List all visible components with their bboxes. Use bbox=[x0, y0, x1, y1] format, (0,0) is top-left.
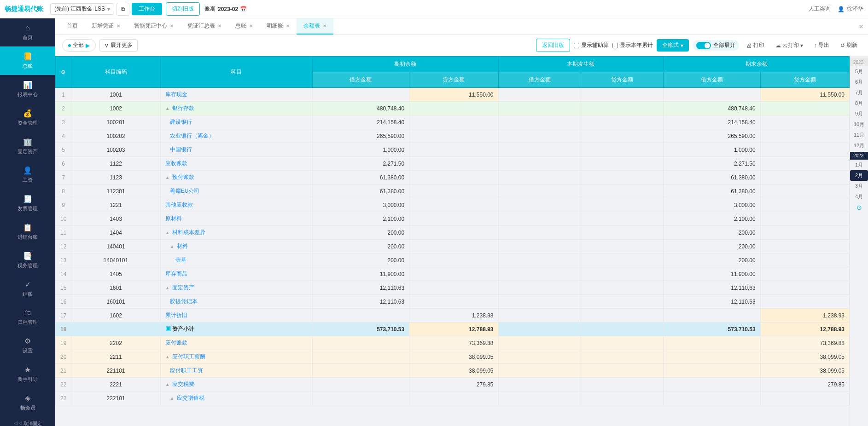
account-name-link[interactable]: 应交税费 bbox=[172, 381, 194, 387]
month-5[interactable]: 5月 bbox=[850, 66, 868, 77]
workbench-button[interactable]: 工作台 bbox=[132, 3, 162, 15]
expand-icon[interactable]: ▲ bbox=[170, 244, 176, 249]
row-name[interactable]: 累计折旧 bbox=[160, 309, 312, 322]
row-name[interactable]: 应收账款 bbox=[160, 157, 312, 171]
account-name-link[interactable]: 固定资产 bbox=[172, 284, 194, 291]
show-aux-checkbox[interactable]: 显示辅助算 bbox=[574, 41, 609, 49]
settings-col-header[interactable]: ⚙ bbox=[56, 57, 71, 88]
sidebar-item-tax[interactable]: 📑 税务管理 bbox=[0, 246, 55, 275]
row-name[interactable]: ▲ 应交税费 bbox=[160, 378, 312, 391]
account-name-link[interactable]: 累计折旧 bbox=[165, 312, 187, 318]
row-name[interactable]: 壹基 bbox=[160, 253, 312, 267]
expand-panel-icon[interactable]: ⊙ bbox=[856, 204, 862, 211]
account-name-link[interactable]: 农业银行（离金） bbox=[170, 132, 214, 139]
tab-detail[interactable]: 明细账 ✕ bbox=[260, 18, 297, 35]
row-name[interactable]: 中国银行 bbox=[160, 143, 312, 157]
row-name[interactable]: 善属EU公司 bbox=[160, 184, 312, 198]
sidebar-item-assets[interactable]: 🏢 固定资产 bbox=[0, 132, 55, 161]
sidebar-item-purchase[interactable]: 📋 进销台账 bbox=[0, 218, 55, 246]
row-name[interactable]: 应付账款 bbox=[160, 336, 312, 350]
consult-btn[interactable]: 人工咨询 bbox=[809, 5, 831, 13]
row-name[interactable]: ▲ 固定资产 bbox=[160, 281, 312, 295]
expand-more-button[interactable]: ∨ 展开更多 bbox=[99, 39, 138, 52]
account-name-link[interactable]: 应付职工薪酬 bbox=[172, 353, 205, 360]
tab-smart-center-close[interactable]: ✕ bbox=[170, 23, 174, 29]
month-6[interactable]: 6月 bbox=[850, 77, 868, 87]
row-name[interactable]: ▲ 材料成本差异 bbox=[160, 226, 312, 240]
switch-old-button[interactable]: 切到旧版 bbox=[166, 2, 200, 16]
row-name[interactable]: 胶提凭记本 bbox=[160, 295, 312, 309]
expand-icon[interactable]: ▲ bbox=[165, 354, 171, 359]
row-name[interactable]: ▲ 银行存款 bbox=[160, 102, 312, 115]
tab-voucher-summary-close[interactable]: ✕ bbox=[218, 23, 221, 29]
account-name-link[interactable]: 预付账款 bbox=[172, 174, 194, 180]
company-selector[interactable]: (先前) 江西股金-LSS ▾ bbox=[50, 3, 114, 15]
expand-icon[interactable]: ▲ bbox=[165, 175, 171, 180]
row-name[interactable]: ▲ 材料 bbox=[160, 240, 312, 253]
sidebar-item-settings[interactable]: ⚙ 设置 bbox=[0, 331, 55, 360]
month-11[interactable]: 11月 bbox=[850, 130, 868, 140]
row-name[interactable]: ▲ 应付职工薪酬 bbox=[160, 350, 312, 364]
full-style-button[interactable]: 全帐式 ▾ bbox=[657, 39, 689, 52]
close-all-tabs[interactable]: ✕ bbox=[859, 23, 863, 30]
expand-icon[interactable]: ▲ bbox=[165, 106, 171, 111]
month-7[interactable]: 7月 bbox=[850, 87, 868, 98]
row-name[interactable]: 建设银行 bbox=[160, 115, 312, 129]
row-name[interactable]: 其他应收款 bbox=[160, 198, 312, 212]
tab-new-voucher-close[interactable]: ✕ bbox=[117, 23, 120, 29]
row-name[interactable]: 库存商品 bbox=[160, 267, 312, 281]
row-name[interactable]: ▲ 预付账款 bbox=[160, 171, 312, 184]
sidebar-item-guide[interactable]: ★ 新手引导 bbox=[0, 360, 55, 388]
sidebar-item-settle[interactable]: ✓ 结账 bbox=[0, 275, 55, 303]
row-name[interactable]: 农业银行（离金） bbox=[160, 129, 312, 143]
expand-icon[interactable]: ▲ bbox=[170, 396, 176, 401]
account-name-link[interactable]: 应付职工工资 bbox=[170, 367, 203, 374]
period-icon[interactable]: 📅 bbox=[240, 6, 247, 12]
account-name-link[interactable]: 银行存款 bbox=[172, 105, 194, 111]
month-3[interactable]: 3月 bbox=[850, 181, 868, 191]
row-name[interactable]: 库存现金 bbox=[160, 88, 312, 102]
print-button[interactable]: 🖨 打印 bbox=[743, 40, 768, 51]
tab-detail-close[interactable]: ✕ bbox=[286, 23, 290, 29]
month-10[interactable]: 10月 bbox=[850, 119, 868, 130]
account-name-link[interactable]: 应付账款 bbox=[165, 340, 187, 346]
account-name-link[interactable]: 材料成本差异 bbox=[172, 229, 205, 236]
account-name-link[interactable]: 库存商品 bbox=[165, 271, 187, 277]
expand-icon[interactable]: ▲ bbox=[165, 230, 171, 235]
show-year-checkbox[interactable]: 显示本年累计 bbox=[612, 41, 653, 49]
account-name-link[interactable]: 胶提凭记本 bbox=[170, 298, 198, 305]
year-checkbox-input[interactable] bbox=[612, 43, 618, 48]
account-name-link[interactable]: 建设银行 bbox=[170, 119, 192, 125]
tab-ledger[interactable]: 总账 ✕ bbox=[228, 18, 260, 35]
sidebar-item-home[interactable]: ⌂ 首页 bbox=[0, 18, 55, 46]
sidebar-item-ledger[interactable]: 📒 总账 bbox=[0, 46, 55, 75]
table-wrapper[interactable]: ⚙ 科目编码 科目 期初余额 本期发生额 期末余额 借方金额 贷方金额 借方金额… bbox=[55, 56, 850, 426]
account-name-link[interactable]: 应收账款 bbox=[165, 160, 187, 167]
expand-panel-btn[interactable]: ⊙ bbox=[850, 204, 868, 211]
row-name[interactable]: ▣ 资产小计 bbox=[160, 322, 312, 336]
refresh-button[interactable]: ↺ 刷新 bbox=[837, 40, 861, 51]
account-name-link[interactable]: 原材料 bbox=[165, 215, 182, 222]
expand-icon[interactable]: ▲ bbox=[165, 285, 171, 290]
tab-new-voucher[interactable]: 新增凭证 ✕ bbox=[85, 18, 127, 35]
tab-home[interactable]: 首页 bbox=[60, 18, 85, 35]
tab-balance[interactable]: 余额表 ✕ bbox=[297, 18, 333, 35]
all-filter-button[interactable]: 全部 ▶ bbox=[62, 39, 96, 52]
account-name-link[interactable]: 壹基 bbox=[175, 257, 186, 263]
account-name-link[interactable]: 库存现金 bbox=[165, 91, 187, 98]
sidebar-item-invoice[interactable]: 🧾 发票管理 bbox=[0, 189, 55, 218]
month-1[interactable]: 1月 bbox=[850, 160, 868, 170]
month-12[interactable]: 12月 bbox=[850, 140, 868, 151]
tab-balance-close[interactable]: ✕ bbox=[323, 23, 326, 29]
toggle-track[interactable] bbox=[696, 42, 711, 49]
copy-icon[interactable]: ⧉ bbox=[117, 3, 129, 16]
sidebar-item-archive[interactable]: 🗂 归档管理 bbox=[0, 303, 55, 331]
month-2[interactable]: 2月 bbox=[850, 170, 868, 181]
row-name[interactable]: ▲ 应交增值税 bbox=[160, 391, 312, 405]
row-name[interactable]: 应付职工工资 bbox=[160, 364, 312, 378]
tab-smart-center[interactable]: 智能凭证中心 ✕ bbox=[127, 18, 181, 35]
account-name-link[interactable]: 善属EU公司 bbox=[170, 188, 200, 194]
unpin-button[interactable]: ◁◁ 取消固定 bbox=[0, 417, 55, 426]
sidebar-item-capital[interactable]: 💰 资金管理 bbox=[0, 104, 55, 132]
account-name-link[interactable]: 材料 bbox=[177, 243, 188, 249]
